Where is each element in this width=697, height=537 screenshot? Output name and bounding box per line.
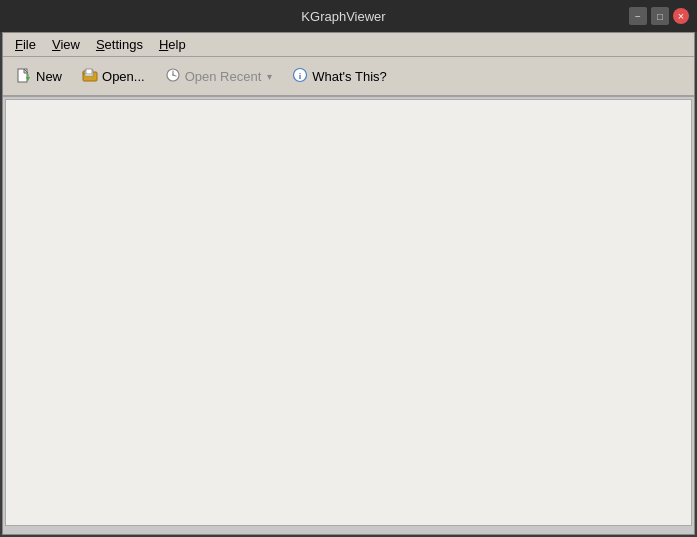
menu-view[interactable]: View — [44, 35, 88, 54]
window-title: KGraphViewer — [58, 9, 629, 24]
window-controls: − □ × — [629, 7, 689, 25]
new-label: New — [36, 69, 62, 84]
title-bar: KGraphViewer − □ × — [0, 0, 697, 32]
open-recent-label: Open Recent — [185, 69, 262, 84]
whatsthis-button[interactable]: i What's This? — [283, 60, 396, 92]
new-icon — [16, 68, 32, 84]
menu-help[interactable]: Help — [151, 35, 194, 54]
main-window: File View Settings Help — [2, 32, 695, 535]
open-label: Open... — [102, 69, 145, 84]
toolbar: New Open... — [3, 57, 694, 97]
menu-bar: File View Settings Help — [3, 33, 694, 57]
whatsthis-label: What's This? — [312, 69, 387, 84]
status-bar — [3, 528, 694, 534]
open-recent-button[interactable]: Open Recent ▾ — [156, 60, 282, 92]
close-button[interactable]: × — [673, 8, 689, 24]
open-recent-icon — [165, 67, 181, 86]
open-recent-dropdown-icon: ▾ — [267, 71, 272, 82]
menu-file[interactable]: File — [7, 35, 44, 54]
maximize-button[interactable]: □ — [651, 7, 669, 25]
whatsthis-icon: i — [292, 67, 308, 86]
minimize-button[interactable]: − — [629, 7, 647, 25]
svg-rect-7 — [86, 69, 92, 74]
open-icon — [82, 67, 98, 86]
svg-rect-3 — [28, 74, 29, 78]
menu-settings[interactable]: Settings — [88, 35, 151, 54]
content-area — [5, 99, 692, 526]
open-button[interactable]: Open... — [73, 60, 154, 92]
new-button[interactable]: New — [7, 60, 71, 92]
svg-point-11 — [172, 74, 174, 76]
